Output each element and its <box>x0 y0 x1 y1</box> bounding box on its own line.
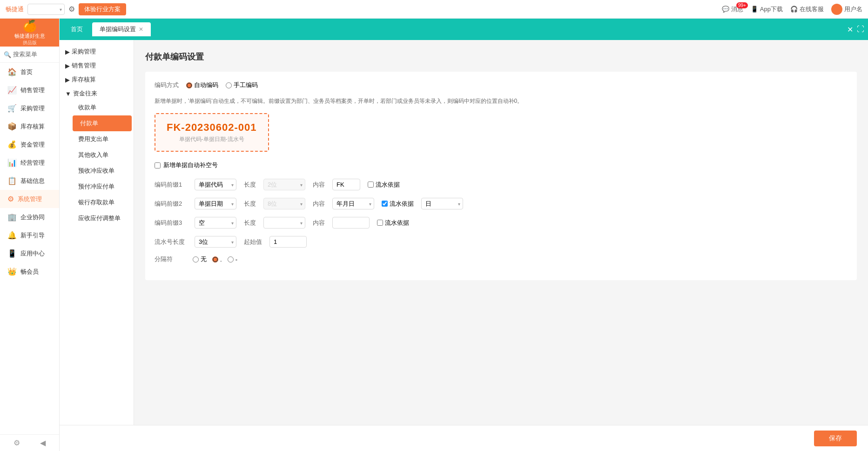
prefix3-content-input[interactable] <box>332 217 370 229</box>
prefix1-select-wrap[interactable]: 单据代码 <box>195 179 236 190</box>
prefix3-content-label: 内容 <box>313 219 325 227</box>
prefix2-length-wrap[interactable]: 8位 <box>263 198 305 209</box>
prefix2-content-wrap[interactable]: 年月日 <box>332 198 374 209</box>
prefix3-serial-label[interactable]: 流水依据 <box>377 219 409 227</box>
prefix2-content-select[interactable]: 年月日 <box>332 198 374 209</box>
collapse-icon[interactable]: ◀ <box>40 438 46 447</box>
app-download[interactable]: 📱 App下载 <box>751 5 783 13</box>
auto-encoding-option[interactable]: 自动编码 <box>186 81 218 89</box>
sidebar-item-member[interactable]: 👑 畅会员 <box>0 263 59 281</box>
sidebar-label-home: 首页 <box>20 68 33 76</box>
home-icon: 🏠 <box>7 67 17 76</box>
sidebar-label-enterprise: 企业协同 <box>20 213 45 222</box>
separator-none-radio[interactable] <box>193 256 199 263</box>
trial-button[interactable]: 体验行业方案 <box>79 3 126 15</box>
group-inventory[interactable]: ▶ 库存核算 <box>60 72 134 86</box>
save-button[interactable]: 保存 <box>814 431 857 446</box>
prefix3-length-wrap[interactable] <box>263 217 305 229</box>
purchase-icon: 🛒 <box>7 104 17 113</box>
search-label: 搜索菜单 <box>13 50 37 59</box>
group-fund-flow[interactable]: ▼ 资金往来 <box>60 86 134 100</box>
serial-row: 流水号长度 3位 起始值 <box>155 236 848 248</box>
prefix2-select[interactable]: 单据日期 <box>195 198 236 209</box>
prefix3-select[interactable]: 空 <box>195 217 236 229</box>
sidebar-label-member: 畅会员 <box>20 268 39 276</box>
auto-fill-checkbox[interactable] <box>155 162 161 168</box>
sidebar-item-apps[interactable]: 📱 应用中心 <box>0 244 59 263</box>
online-service[interactable]: 🎧 在线客服 <box>790 5 824 13</box>
separator-dash-label: - <box>236 256 237 263</box>
prefix2-period-wrap[interactable]: 日 <box>421 198 463 209</box>
sidebar-expense[interactable]: 费用支出单 <box>71 131 134 147</box>
settings-bottom-icon[interactable]: ⚙ <box>13 438 20 447</box>
separator-dash-option[interactable]: - <box>228 256 237 263</box>
prefix3-length-select[interactable] <box>263 217 305 229</box>
top-dropdown[interactable] <box>27 4 65 15</box>
sidebar-item-inventory[interactable]: 📦 库存核算 <box>0 117 59 135</box>
basic-icon: 📋 <box>7 176 17 185</box>
serial-length-select[interactable]: 3位 <box>195 236 236 248</box>
sidebar-ar-ap-adjust[interactable]: 应收应付调整单 <box>71 210 134 226</box>
sidebar-receipt[interactable]: 收款单 <box>71 100 134 115</box>
sidebar-payment[interactable]: 付款单 <box>73 115 132 131</box>
settings-icon[interactable]: ⚙ <box>68 5 75 13</box>
page-title: 付款单编码设置 <box>145 51 857 62</box>
sidebar-bank-deposit[interactable]: 银行存取款单 <box>71 195 134 210</box>
separator-dash-radio[interactable] <box>228 256 234 263</box>
tab-minimize-icon[interactable]: ✕ <box>847 25 853 34</box>
logo-text2: 拼品版 <box>23 40 37 46</box>
user-area[interactable]: 用户名 <box>831 4 862 15</box>
message-area[interactable]: 💬 消息 99+ <box>722 5 743 13</box>
tab-maximize-icon[interactable]: ⛶ <box>857 25 864 34</box>
serial-start-input[interactable] <box>269 236 307 248</box>
group-purchase[interactable]: ▶ 采购管理 <box>60 44 134 58</box>
prefix1-length-wrap[interactable]: 2位 <box>263 179 305 190</box>
prefix3-serial-checkbox[interactable] <box>377 220 383 226</box>
sidebar-item-basic[interactable]: 📋 基础信息 <box>0 172 59 190</box>
prefix1-serial-checkbox[interactable] <box>368 182 374 188</box>
top-dropdown-select[interactable] <box>27 4 65 15</box>
sidebar-item-finance[interactable]: 💰 资金管理 <box>0 135 59 154</box>
prefix3-serial-text: 流水依据 <box>385 219 409 227</box>
sidebar-item-sales[interactable]: 📈 销售管理 <box>0 81 59 99</box>
sidebar-label-apps: 应用中心 <box>20 249 45 258</box>
prefix1-serial-label[interactable]: 流水依据 <box>368 181 400 189</box>
serial-length-wrap[interactable]: 3位 <box>195 236 236 248</box>
sidebar-item-enterprise[interactable]: 🏢 企业协同 <box>0 208 59 226</box>
manual-encoding-option[interactable]: 手工编码 <box>226 81 258 89</box>
tab-home[interactable]: 首页 <box>63 22 90 36</box>
sidebar-pre-receipt[interactable]: 预收冲应收单 <box>71 163 134 179</box>
prefix2-select-wrap[interactable]: 单据日期 <box>195 198 236 209</box>
separator-none-option[interactable]: 无 <box>193 255 207 263</box>
prefix2-serial-label[interactable]: 流水依据 <box>382 200 414 208</box>
sidebar-item-purchase[interactable]: 🛒 采购管理 <box>0 99 59 117</box>
group-sales-label: 销售管理 <box>72 61 96 70</box>
guide-icon: 🔔 <box>7 231 17 240</box>
sidebar-item-home[interactable]: 🏠 首页 <box>0 63 59 81</box>
sidebar-pre-payment[interactable]: 预付冲应付单 <box>71 179 134 195</box>
logo-icon: 🍊 <box>23 20 37 33</box>
prefix3-select-wrap[interactable]: 空 <box>195 217 236 229</box>
sidebar-other-income[interactable]: 其他收入单 <box>71 147 134 163</box>
separator-dot-option[interactable]: . <box>212 256 222 263</box>
serial-label: 流水号长度 <box>155 238 187 246</box>
sidebar-item-guide[interactable]: 🔔 新手引导 <box>0 226 59 244</box>
prefix2-serial-checkbox[interactable] <box>382 201 388 207</box>
manual-encoding-radio[interactable] <box>226 82 232 88</box>
sidebar-label-basic: 基础信息 <box>20 177 45 185</box>
sidebar-search[interactable]: 🔍 搜索菜单 <box>0 47 59 63</box>
prefix1-select[interactable]: 单据代码 <box>195 179 236 190</box>
group-sales[interactable]: ▶ 销售管理 <box>60 58 134 72</box>
separator-dot-radio[interactable] <box>212 256 218 263</box>
sidebar-item-operations[interactable]: 📊 经营管理 <box>0 154 59 172</box>
sidebar-item-system[interactable]: ⚙ 系统管理 <box>0 190 59 208</box>
separator-none-label: 无 <box>201 255 207 263</box>
username-label: 用户名 <box>844 5 862 13</box>
tab-close-icon[interactable]: ✕ <box>139 26 143 33</box>
fund-flow-items: 收款单 付款单 费用支出单 其他收入单 预收冲应收单 预付冲应付单 银行存取款单… <box>60 100 134 226</box>
auto-encoding-label: 自动编码 <box>194 81 218 89</box>
tab-doc-encoding[interactable]: 单据编码设置 ✕ <box>92 22 151 36</box>
prefix2-period-select[interactable]: 日 <box>421 198 463 209</box>
auto-encoding-radio[interactable] <box>186 82 192 88</box>
prefix1-content-input[interactable] <box>332 179 360 190</box>
